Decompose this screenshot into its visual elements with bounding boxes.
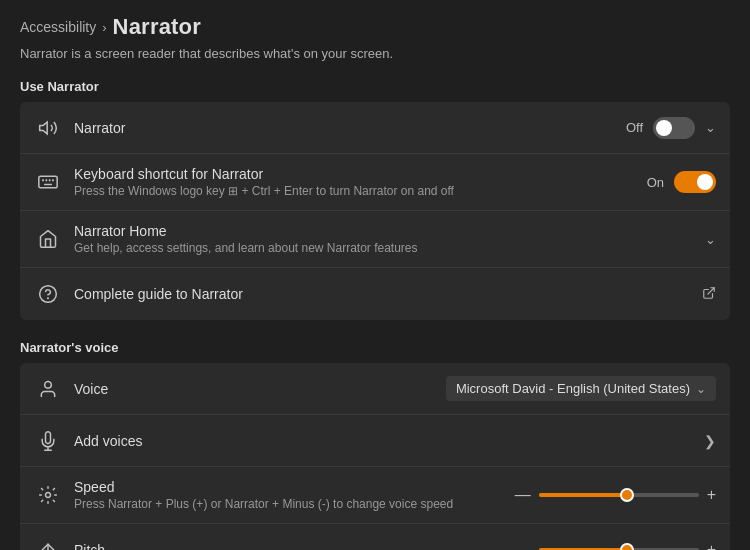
narrator-home-icon bbox=[34, 229, 62, 249]
speed-plus-button[interactable]: + bbox=[707, 486, 716, 504]
breadcrumb-separator: › bbox=[102, 20, 106, 35]
svg-marker-0 bbox=[40, 122, 48, 134]
keyboard-shortcut-content: Keyboard shortcut for Narrator Press the… bbox=[74, 166, 635, 198]
keyboard-shortcut-title: Keyboard shortcut for Narrator bbox=[74, 166, 635, 182]
breadcrumb-current: Narrator bbox=[113, 14, 201, 40]
keyboard-toggle-thumb bbox=[697, 174, 713, 190]
svg-point-13 bbox=[46, 493, 51, 498]
complete-guide-row-right bbox=[702, 286, 716, 303]
narrator-chevron-icon[interactable]: ⌄ bbox=[705, 120, 716, 135]
voice-icon bbox=[34, 379, 62, 399]
add-voices-title: Add voices bbox=[74, 433, 692, 449]
speed-icon bbox=[34, 485, 62, 505]
keyboard-shortcut-row-right: On bbox=[647, 171, 716, 193]
voice-row-right: Microsoft David - English (United States… bbox=[446, 376, 716, 401]
complete-guide-content: Complete guide to Narrator bbox=[74, 286, 690, 302]
narrator-row-title: Narrator bbox=[74, 120, 614, 136]
speed-subtitle: Press Narrator + Plus (+) or Narrator + … bbox=[74, 497, 503, 511]
add-voices-row[interactable]: Add voices ❯ bbox=[20, 415, 730, 467]
speed-title: Speed bbox=[74, 479, 503, 495]
narrator-home-subtitle: Get help, access settings, and learn abo… bbox=[74, 241, 693, 255]
pitch-plus-button[interactable]: + bbox=[707, 541, 716, 550]
svg-point-7 bbox=[40, 286, 57, 303]
complete-guide-title: Complete guide to Narrator bbox=[74, 286, 690, 302]
pitch-title: Pitch bbox=[74, 542, 503, 550]
complete-guide-row[interactable]: Complete guide to Narrator bbox=[20, 268, 730, 320]
speed-slider-track[interactable] bbox=[539, 493, 699, 497]
speed-row[interactable]: Speed Press Narrator + Plus (+) or Narra… bbox=[20, 467, 730, 524]
add-voices-content: Add voices bbox=[74, 433, 692, 449]
narrator-home-title: Narrator Home bbox=[74, 223, 693, 239]
speed-row-right: — + bbox=[515, 486, 716, 504]
page-description: Narrator is a screen reader that describ… bbox=[20, 46, 730, 61]
narrator-row-right: Off ⌄ bbox=[626, 117, 716, 139]
speed-slider-fill bbox=[539, 493, 627, 497]
breadcrumb: Accessibility › Narrator bbox=[20, 14, 730, 40]
narrator-toggle[interactable] bbox=[653, 117, 695, 139]
voice-content: Voice bbox=[74, 381, 434, 397]
narrators-voice-group: Voice Microsoft David - English (United … bbox=[20, 363, 730, 550]
settings-page: Accessibility › Narrator Narrator is a s… bbox=[0, 0, 750, 550]
pitch-row-right: — + bbox=[515, 541, 716, 550]
voice-dropdown-arrow-icon: ⌄ bbox=[696, 382, 706, 396]
voice-row[interactable]: Voice Microsoft David - English (United … bbox=[20, 363, 730, 415]
narrator-toggle-thumb bbox=[656, 120, 672, 136]
pitch-minus-button[interactable]: — bbox=[515, 541, 531, 550]
complete-guide-icon bbox=[34, 284, 62, 304]
add-voices-arrow-icon: ❯ bbox=[704, 433, 716, 449]
keyboard-shortcut-row[interactable]: Keyboard shortcut for Narrator Press the… bbox=[20, 154, 730, 211]
keyboard-toggle[interactable] bbox=[674, 171, 716, 193]
keyboard-toggle-label: On bbox=[647, 175, 664, 190]
external-link-icon[interactable] bbox=[702, 286, 716, 303]
pitch-icon bbox=[34, 540, 62, 550]
narrator-home-chevron-icon[interactable]: ⌄ bbox=[705, 232, 716, 247]
pitch-content: Pitch bbox=[74, 542, 503, 550]
pitch-row[interactable]: Pitch — + bbox=[20, 524, 730, 550]
svg-line-9 bbox=[708, 287, 714, 293]
pitch-slider-thumb bbox=[620, 543, 634, 550]
narrator-toggle-label: Off bbox=[626, 120, 643, 135]
voice-title: Voice bbox=[74, 381, 434, 397]
keyboard-shortcut-subtitle: Press the Windows logo key ⊞ + Ctrl + En… bbox=[74, 184, 635, 198]
narrator-home-content: Narrator Home Get help, access settings,… bbox=[74, 223, 693, 255]
breadcrumb-accessibility[interactable]: Accessibility bbox=[20, 19, 96, 35]
keyboard-icon bbox=[34, 174, 62, 190]
narrator-row-content: Narrator bbox=[74, 120, 614, 136]
narrator-icon bbox=[34, 118, 62, 138]
speed-content: Speed Press Narrator + Plus (+) or Narra… bbox=[74, 479, 503, 511]
add-voices-row-right: ❯ bbox=[704, 433, 716, 449]
use-narrator-section-title: Use Narrator bbox=[20, 79, 730, 94]
add-voices-icon bbox=[34, 431, 62, 451]
narrator-home-row[interactable]: Narrator Home Get help, access settings,… bbox=[20, 211, 730, 268]
speed-slider-thumb bbox=[620, 488, 634, 502]
voice-dropdown-value: Microsoft David - English (United States… bbox=[456, 381, 690, 396]
voice-dropdown[interactable]: Microsoft David - English (United States… bbox=[446, 376, 716, 401]
speed-minus-button[interactable]: — bbox=[515, 486, 531, 504]
narrator-home-row-right: ⌄ bbox=[705, 232, 716, 247]
svg-rect-1 bbox=[39, 176, 57, 188]
narrator-row[interactable]: Narrator Off ⌄ bbox=[20, 102, 730, 154]
narrators-voice-section-title: Narrator's voice bbox=[20, 340, 730, 355]
use-narrator-group: Narrator Off ⌄ bbox=[20, 102, 730, 320]
svg-point-10 bbox=[45, 381, 52, 388]
